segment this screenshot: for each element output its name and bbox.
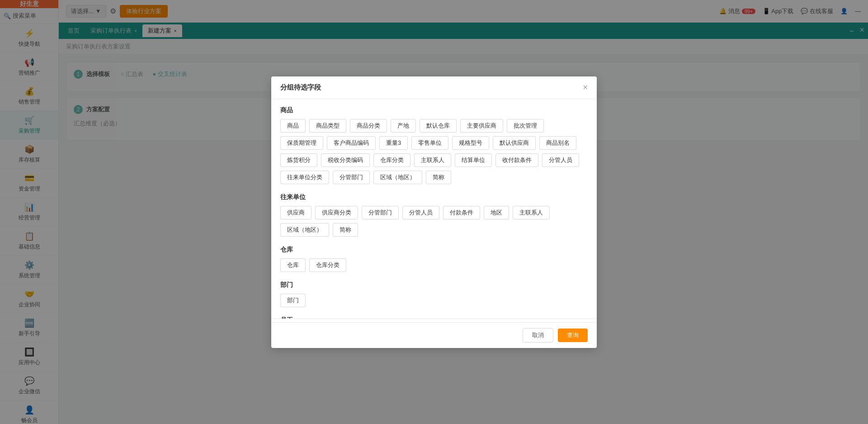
section-goods: 商品 商品商品类型商品分类产地默认仓库主要供应商批次管理保质期管理客户商品编码重… (280, 106, 588, 184)
modal-overlay: 分组待选字段 × 商品 商品商品类型商品分类产地默认仓库主要供应商批次管理保质期… (0, 0, 868, 424)
modal-close-button[interactable]: × (583, 83, 588, 92)
section-warehouse-title: 仓库 (280, 246, 588, 254)
warehouse-tags: 仓库仓库分类 (280, 258, 588, 272)
field-tag[interactable]: 分管部门 (362, 206, 399, 219)
field-tag[interactable]: 区域（地区） (373, 171, 422, 184)
field-tag[interactable]: 供应商 (280, 206, 311, 219)
field-tag[interactable]: 分管人员 (402, 206, 439, 219)
field-tag[interactable]: 税收分类编码 (321, 153, 370, 167)
modal-title: 分组待选字段 (280, 83, 321, 92)
department-tags: 部门 (280, 294, 588, 307)
field-tag[interactable]: 付款条件 (443, 206, 480, 219)
field-select-modal: 分组待选字段 × 商品 商品商品类型商品分类产地默认仓库主要供应商批次管理保质期… (271, 76, 597, 348)
field-tag[interactable]: 部门 (280, 294, 306, 307)
partner-tags: 供应商供应商分类分管部门分管人员付款条件地区主联系人区域（地区）简称 (280, 206, 588, 237)
field-tag[interactable]: 商品别名 (539, 136, 576, 150)
field-tag[interactable]: 简称 (333, 223, 358, 237)
field-tag[interactable]: 简称 (426, 171, 451, 184)
field-tag[interactable]: 分管人员 (542, 153, 579, 167)
field-tag[interactable]: 重量3 (379, 136, 408, 150)
modal-body[interactable]: 商品 商品商品类型商品分类产地默认仓库主要供应商批次管理保质期管理客户商品编码重… (271, 99, 597, 319)
field-tag[interactable]: 规格型号 (452, 136, 489, 150)
field-tag[interactable]: 默认供应商 (493, 136, 536, 150)
section-department: 部门 部门 (280, 281, 588, 307)
cancel-button[interactable]: 取消 (523, 328, 553, 343)
field-tag[interactable]: 零售单位 (411, 136, 448, 150)
field-tag[interactable]: 主联系人 (414, 153, 451, 167)
field-tag[interactable]: 炼货积分 (280, 153, 317, 167)
field-tag[interactable]: 商品 (280, 119, 306, 133)
goods-tags: 商品商品类型商品分类产地默认仓库主要供应商批次管理保质期管理客户商品编码重量3零… (280, 119, 588, 184)
field-tag[interactable]: 主要供应商 (460, 119, 503, 133)
field-tag[interactable]: 客户商品编码 (327, 136, 376, 150)
field-tag[interactable]: 仓库分类 (309, 258, 346, 272)
field-tag[interactable]: 保质期管理 (280, 136, 323, 150)
field-tag[interactable]: 收付款条件 (495, 153, 538, 167)
field-tag[interactable]: 地区 (484, 206, 509, 219)
modal-header: 分组待选字段 × (271, 76, 597, 99)
field-tag[interactable]: 仓库分类 (373, 153, 410, 167)
field-tag[interactable]: 分管部门 (333, 171, 370, 184)
field-tag[interactable]: 默认仓库 (420, 119, 457, 133)
field-tag[interactable]: 供应商分类 (315, 206, 358, 219)
field-tag[interactable]: 主联系人 (513, 206, 550, 219)
field-tag[interactable]: 仓库 (280, 258, 306, 272)
modal-footer: 取消 查询 (271, 322, 597, 348)
modal-hscroll[interactable] (271, 319, 597, 322)
field-tag[interactable]: 批次管理 (507, 119, 544, 133)
field-tag[interactable]: 结算单位 (455, 153, 492, 167)
field-tag[interactable]: 往来单位分类 (280, 171, 329, 184)
confirm-button[interactable]: 查询 (558, 329, 588, 342)
section-warehouse: 仓库 仓库仓库分类 (280, 246, 588, 272)
field-tag[interactable]: 商品类型 (309, 119, 346, 133)
section-partner: 往来单位 供应商供应商分类分管部门分管人员付款条件地区主联系人区域（地区）简称 (280, 193, 588, 237)
section-goods-title: 商品 (280, 106, 588, 114)
section-partner-title: 往来单位 (280, 193, 588, 201)
field-tag[interactable]: 区域（地区） (280, 223, 329, 237)
field-tag[interactable]: 产地 (391, 119, 416, 133)
field-tag[interactable]: 商品分类 (350, 119, 387, 133)
section-department-title: 部门 (280, 281, 588, 289)
